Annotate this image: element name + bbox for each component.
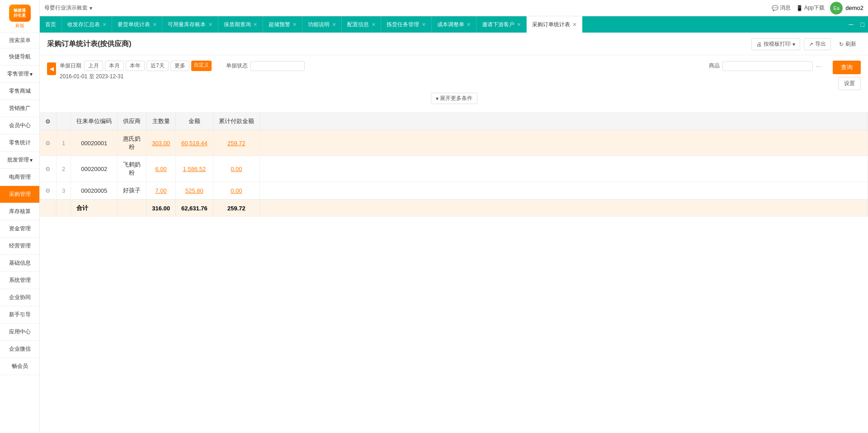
row-paid-amount[interactable]: 0.00 bbox=[213, 182, 259, 200]
tab-close-cost-adjust[interactable]: × bbox=[467, 21, 471, 28]
column-partner-code: 往来单位编码 bbox=[71, 113, 118, 130]
sidebar-item-system[interactable]: 系统管理 bbox=[0, 272, 39, 289]
tab-close-config[interactable]: × bbox=[372, 21, 375, 28]
tab-maximize-icon[interactable]: □ bbox=[857, 21, 868, 28]
export-button[interactable]: ↗ 导出 bbox=[804, 38, 831, 50]
sidebar-item-ops[interactable]: 经营管理 bbox=[0, 238, 39, 255]
tab-overstock[interactable]: 超储预警 × bbox=[263, 16, 302, 33]
column-main-qty: 主数量 bbox=[146, 113, 176, 130]
column-settings[interactable]: ⚙ bbox=[40, 113, 57, 130]
tab-function-desc[interactable]: 功能说明 × bbox=[302, 16, 342, 33]
tab-home[interactable]: 首页 bbox=[40, 16, 62, 33]
refresh-icon: ↻ bbox=[839, 41, 844, 48]
tab-requisition-stats[interactable]: 要货单统计表 × bbox=[112, 16, 162, 33]
row-main-qty[interactable]: 6.00 bbox=[146, 156, 176, 182]
sidebar-item-finance[interactable]: 资金管理 bbox=[0, 220, 39, 238]
footer-paid-amount: 259.72 bbox=[213, 200, 259, 217]
tab-close-purchase-stats[interactable]: × bbox=[573, 21, 576, 28]
tab-invite-downstream[interactable]: 邀请下游客户 × bbox=[476, 16, 527, 33]
printer-icon: 🖨 bbox=[756, 41, 762, 48]
workspace-selector[interactable]: 母婴行业演示账套 ▾ bbox=[44, 4, 768, 12]
sidebar-item-guide[interactable]: 新手引导 bbox=[0, 306, 39, 324]
sidebar-item-enterprise-wechat[interactable]: 企业微信 bbox=[0, 341, 39, 358]
user-avatar: Ea bbox=[830, 2, 843, 14]
tab-close-shelf-life[interactable]: × bbox=[254, 21, 257, 28]
tab-close-receive-send[interactable]: × bbox=[103, 21, 106, 28]
sidebar-item-vip[interactable]: 畅会员 bbox=[0, 358, 39, 375]
tab-purchase-order-stats[interactable]: 采购订单统计表 × bbox=[527, 16, 582, 33]
tab-close-function-desc[interactable]: × bbox=[332, 21, 336, 28]
tab-receive-send[interactable]: 收发存汇总表 × bbox=[62, 16, 112, 33]
row-settings-icon[interactable]: ⚙ bbox=[40, 182, 57, 200]
tab-usable-inventory[interactable]: 可用量库存账本 × bbox=[162, 16, 218, 33]
tabbar-end-actions: ─ □ bbox=[845, 21, 868, 28]
tab-shelf-life[interactable]: 保质期查询 × bbox=[218, 16, 263, 33]
status-filter-label: 单据状态 bbox=[226, 62, 248, 70]
row-amount[interactable]: 525.80 bbox=[176, 182, 213, 200]
row-empty-end bbox=[259, 182, 868, 200]
row-main-qty[interactable]: 303.00 bbox=[146, 130, 176, 156]
date-shortcut-7days[interactable]: 近7天 bbox=[146, 61, 169, 71]
goods-filter-input[interactable] bbox=[722, 61, 813, 71]
tab-close-usable-inventory[interactable]: × bbox=[208, 21, 212, 28]
message-button[interactable]: 💬 消息 bbox=[772, 4, 791, 12]
row-amount[interactable]: 60,519.44 bbox=[176, 130, 213, 156]
filter-collapse-button[interactable]: ◀ bbox=[47, 62, 56, 75]
status-filter-select[interactable] bbox=[250, 61, 305, 71]
sidebar-item-ecommerce[interactable]: 电商管理 bbox=[0, 169, 39, 186]
sidebar-item-basic-info[interactable]: 基础信息 bbox=[0, 255, 39, 272]
row-amount[interactable]: 1,586.52 bbox=[176, 156, 213, 182]
date-shortcut-more[interactable]: 更多 bbox=[170, 61, 189, 71]
query-button[interactable]: 查询 bbox=[833, 61, 861, 74]
tab-minimize-icon[interactable]: ─ bbox=[845, 21, 857, 28]
page-header-actions: 🖨 按模板打印 ▾ ↗ 导出 ↻ 刷新 bbox=[751, 38, 861, 50]
sidebar-item-app-center[interactable]: 应用中心 bbox=[0, 324, 39, 341]
username-label: demo2 bbox=[845, 5, 863, 11]
setting-button[interactable]: 设置 bbox=[838, 77, 861, 90]
row-paid-amount[interactable]: 259.72 bbox=[213, 130, 259, 156]
workspace-dropdown-icon[interactable]: ▾ bbox=[90, 5, 92, 11]
row-partner-code: 00020001 bbox=[71, 130, 118, 156]
refresh-button[interactable]: ↻ 刷新 bbox=[835, 38, 861, 50]
gear-icon[interactable]: ⚙ bbox=[45, 118, 51, 125]
row-settings-icon[interactable]: ⚙ bbox=[40, 156, 57, 182]
sidebar-item-retail-mall[interactable]: 零售商城 bbox=[0, 83, 39, 100]
date-shortcut-last-month[interactable]: 上月 bbox=[84, 61, 103, 71]
sidebar-item-search[interactable]: 搜索菜单 bbox=[0, 33, 39, 48]
date-shortcut-this-month[interactable]: 本月 bbox=[105, 61, 124, 71]
sidebar-item-retail-mgmt[interactable]: 零售管理 ▾ bbox=[0, 66, 39, 83]
goods-filter-more-icon[interactable]: ··· bbox=[816, 62, 821, 70]
chevron-down-icon: ▾ bbox=[30, 71, 33, 77]
tab-config[interactable]: 配置信息 × bbox=[342, 16, 381, 33]
tab-close-picking[interactable]: × bbox=[422, 21, 425, 28]
expand-more-button[interactable]: ▾ 展开更多条件 bbox=[431, 93, 477, 104]
filter-area: ◀ 单据日期 上月 本月 本年 近7天 更多 bbox=[40, 55, 868, 113]
tab-cost-adjust[interactable]: 成本调整单 × bbox=[432, 16, 476, 33]
workspace-label: 母婴行业演示账套 bbox=[44, 4, 88, 12]
sidebar-item-purchase[interactable]: 采购管理 bbox=[0, 186, 39, 203]
topbar-actions: 💬 消息 📱 App下载 Ea demo2 bbox=[772, 2, 863, 14]
date-shortcut-this-year[interactable]: 本年 bbox=[126, 61, 145, 71]
sidebar-item-member[interactable]: 会员中心 bbox=[0, 117, 39, 134]
column-amount: 金额 bbox=[176, 113, 213, 130]
row-settings-icon[interactable]: ⚙ bbox=[40, 130, 57, 156]
tab-close-requisition[interactable]: × bbox=[153, 21, 156, 28]
sidebar-item-quick-nav[interactable]: 快捷导航 bbox=[0, 48, 39, 66]
tab-close-invite[interactable]: × bbox=[517, 21, 521, 28]
app-download-button[interactable]: 📱 App下载 bbox=[796, 4, 825, 12]
tab-picking-task[interactable]: 拣货任务管理 × bbox=[381, 16, 431, 33]
date-custom-badge[interactable]: 自定义 bbox=[191, 61, 212, 71]
filter-right-actions: 查询 设置 bbox=[825, 61, 861, 90]
tab-close-overstock[interactable]: × bbox=[293, 21, 297, 28]
sidebar-item-retail-stats[interactable]: 零售统计 bbox=[0, 134, 39, 152]
sidebar: 畅捷通好生意 标版 搜索菜单 快捷导航 零售管理 ▾ 零售商城 营销推广 会员中… bbox=[0, 0, 40, 433]
table-row: ⚙ 2 00020002 飞鹤奶粉 6.00 1,586.52 0.00 bbox=[40, 156, 868, 182]
sidebar-item-wholesale[interactable]: 批发管理 ▾ bbox=[0, 152, 39, 169]
row-main-qty[interactable]: 7.00 bbox=[146, 182, 176, 200]
user-menu[interactable]: Ea demo2 bbox=[830, 2, 863, 14]
print-button[interactable]: 🖨 按模板打印 ▾ bbox=[751, 38, 800, 50]
row-paid-amount[interactable]: 0.00 bbox=[213, 156, 259, 182]
sidebar-item-enterprise[interactable]: 企业协同 bbox=[0, 289, 39, 306]
sidebar-item-marketing[interactable]: 营销推广 bbox=[0, 100, 39, 117]
sidebar-item-inventory[interactable]: 库存核算 bbox=[0, 203, 39, 220]
